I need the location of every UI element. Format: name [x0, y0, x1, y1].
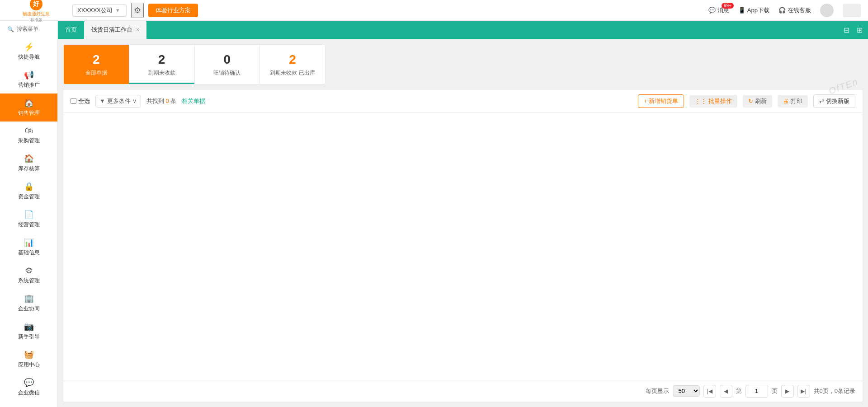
user-menu[interactable] [843, 4, 861, 17]
print-button[interactable]: 🖨 打印 [778, 95, 808, 108]
sidebar-item-label: 企业微信 [18, 389, 40, 397]
total-label: 共0页，0条记录 [814, 387, 855, 395]
select-all-checkbox[interactable]: 全选 [71, 97, 90, 105]
download-icon: 📱 [738, 7, 745, 14]
app-center-icon: 🧺 [24, 350, 34, 360]
next-page-button[interactable]: ▶ [781, 385, 794, 398]
operations-icon: 📄 [24, 210, 34, 220]
batch-ops-label: 批量操作 [708, 97, 732, 105]
batch-ops-icon: ⋮⋮ [695, 98, 707, 104]
quick-nav-icon: ⚡ [24, 42, 34, 52]
stats-row: 2 全部单据 2 到期未收款 0 旺铺待确认 2 到期未收款 已出库 [63, 44, 326, 84]
sidebar-item-quick-nav[interactable]: ⚡ 快捷导航 [0, 37, 57, 65]
sidebar-item-label: 新手引导 [18, 333, 40, 341]
sidebar-item-guide[interactable]: 📷 新手引导 [0, 317, 57, 345]
page-content: 2 全部单据 2 到期未收款 0 旺铺待确认 2 到期未收款 已出库 [58, 39, 868, 407]
sidebar-item-cooperation[interactable]: 🏢 企业协同 [0, 289, 57, 317]
company-name: XXXXXX公司 [77, 6, 113, 14]
search-menu-label: 搜索菜单 [17, 25, 38, 33]
online-service-label: 在线客服 [788, 6, 811, 14]
avatar[interactable] [820, 4, 834, 17]
pagination-bar: 每页显示 50 100 200 |◀ ◀ 第 页 ▶ ▶| 共0页，0条记录 [63, 380, 863, 402]
refresh-icon: ↻ [748, 98, 753, 104]
message-icon: 💬 [708, 7, 716, 14]
stat-shipped-number: 2 [269, 52, 316, 67]
online-service-button[interactable]: 🎧 在线客服 [778, 6, 811, 14]
sidebar-item-label: 企业协同 [18, 305, 40, 313]
page-input[interactable] [745, 385, 768, 398]
filter-button[interactable]: ▼ 更多条件 ∨ [95, 95, 141, 108]
app-download-button[interactable]: 📱 App下载 [738, 6, 769, 14]
add-sales-button[interactable]: + 新增销货单 [638, 94, 684, 108]
sidebar-item-label: 系统管理 [18, 277, 40, 285]
stat-pending-label: 旺铺待确认 [204, 69, 251, 77]
sidebar-item-purchase[interactable]: 🛍 采购管理 [0, 122, 57, 149]
sidebar-item-operations[interactable]: 📄 经营管理 [0, 205, 57, 233]
marketing-icon: 📢 [24, 70, 34, 80]
cooperation-icon: 🏢 [24, 294, 34, 304]
company-selector[interactable]: XXXXXX公司 ▾ [72, 4, 127, 17]
system-icon: ⚙ [25, 266, 33, 276]
stat-all[interactable]: 2 全部单据 [64, 45, 129, 84]
sidebar-item-label: 采购管理 [18, 137, 40, 145]
header-right: 💬 消息 99+ 📱 App下载 🎧 在线客服 [708, 4, 861, 17]
sidebar-item-label: 库存核算 [18, 165, 40, 173]
sidebar-item-member[interactable]: ✓ 畅会员 [0, 401, 57, 407]
first-page-button[interactable]: |◀ [703, 385, 716, 398]
minimize-tab-icon[interactable]: ⊟ [842, 24, 851, 36]
batch-ops-button[interactable]: ⋮⋮ 批量操作 [689, 95, 737, 108]
filter-label: 更多条件 [107, 97, 131, 105]
settings-button[interactable]: ⚙ [131, 3, 144, 18]
tab-home[interactable]: 首页 [58, 21, 84, 39]
prev-page-button[interactable]: ◀ [720, 385, 732, 398]
page-size-select[interactable]: 50 100 200 [673, 385, 700, 397]
sidebar-item-marketing[interactable]: 📢 营销推广 [0, 65, 57, 94]
sidebar-item-label: 营销推广 [18, 81, 40, 89]
wechat-icon: 💬 [24, 378, 34, 388]
sidebar-item-label: 经营管理 [18, 221, 40, 229]
maximize-tab-icon[interactable]: ⊞ [855, 24, 864, 36]
refresh-button[interactable]: ↻ 刷新 [743, 95, 772, 108]
last-page-button[interactable]: ▶| [797, 385, 810, 398]
tab-workbench-label: 钱货日清工作台 [91, 26, 132, 34]
sidebar-item-sales[interactable]: 🏠 销售管理 [0, 94, 57, 122]
select-all-label: 全选 [78, 97, 90, 105]
sidebar-item-wechat[interactable]: 💬 企业微信 [0, 373, 57, 401]
switch-version-button[interactable]: ⇄ 切换新版 [813, 94, 855, 108]
related-docs-link[interactable]: 相关单据 [182, 97, 205, 105]
stat-all-label: 全部单据 [73, 69, 120, 77]
select-all-input[interactable] [71, 98, 76, 104]
sidebar-item-label: 资金管理 [18, 193, 40, 201]
tab-workbench[interactable]: 钱货日清工作台 × [84, 21, 146, 39]
logo-subtitle: 标准版 [30, 17, 42, 23]
sidebar-item-system[interactable]: ⚙ 系统管理 [0, 261, 57, 289]
app-download-label: App下载 [747, 6, 769, 14]
tab-bar-right: ⊟ ⊞ [842, 24, 868, 36]
toolbar: 全选 ▼ 更多条件 ∨ 共找到 0 条 相关单据 [63, 90, 863, 113]
close-tab-icon[interactable]: × [136, 27, 139, 33]
purchase-icon: 🛍 [25, 126, 33, 136]
sidebar-item-label: 销售管理 [18, 109, 40, 117]
message-badge: 99+ [722, 3, 734, 9]
tab-home-label: 首页 [65, 26, 77, 34]
chevron-down-icon: ▾ [116, 7, 119, 14]
stat-pending[interactable]: 0 旺铺待确认 [195, 45, 260, 84]
stat-overdue[interactable]: 2 到期未收款 [129, 45, 195, 84]
guide-icon: 📷 [24, 322, 34, 332]
sidebar-item-basic-info[interactable]: 📊 基础信息 [0, 233, 57, 261]
trial-button[interactable]: 体验行业方案 [148, 4, 198, 17]
found-count: 0 [166, 98, 169, 104]
sidebar-item-app-center[interactable]: 🧺 应用中心 [0, 345, 57, 373]
logo[interactable]: 好 畅捷通好生意 标准版 [7, 0, 65, 23]
filter-icon: ▼ [99, 98, 105, 104]
sidebar-item-finance[interactable]: 🔒 资金管理 [0, 177, 57, 205]
sidebar-item-inventory[interactable]: 🏠 库存核算 [0, 149, 57, 177]
switch-label: 切换新版 [826, 97, 849, 105]
page-label: 第 [736, 387, 742, 395]
header: 好 畅捷通好生意 标准版 XXXXXX公司 ▾ ⚙ 体验行业方案 💬 消息 99… [0, 0, 868, 21]
message-button[interactable]: 💬 消息 99+ [708, 6, 729, 14]
service-icon: 🎧 [778, 7, 786, 14]
search-menu-item[interactable]: 🔍 搜索菜单 [0, 21, 57, 37]
print-label: 打印 [791, 97, 802, 105]
stat-shipped[interactable]: 2 到期未收款 已出库 [260, 45, 325, 84]
